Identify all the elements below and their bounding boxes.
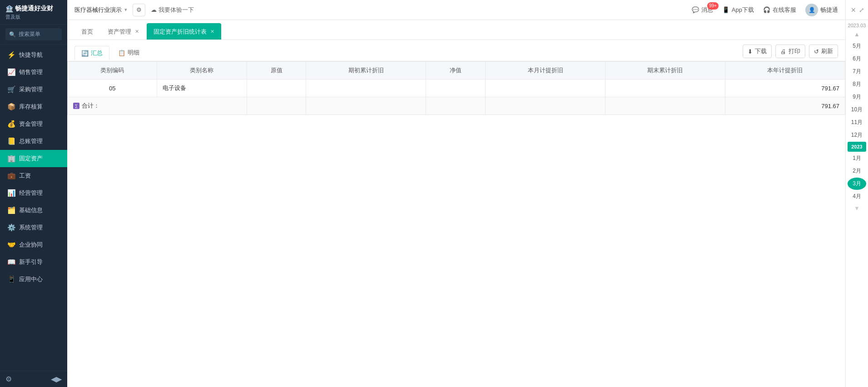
sum-row: ∑ 合计： 791.67: [68, 97, 845, 115]
month-item-2[interactable]: 2月: [848, 165, 866, 177]
month-item-6[interactable]: 6月: [848, 53, 866, 65]
content-area: 🔄 汇总 📋 明细 ⬇ 下载 🖨 打印 ↺ 刷新: [67, 40, 845, 387]
sidebar-item-label-quicknav: 快捷导航: [19, 51, 43, 59]
panel-scroll-down[interactable]: ▼: [846, 203, 868, 213]
sidebar-item-label-ledger: 总账管理: [19, 137, 43, 145]
settings-button[interactable]: ⚙: [133, 4, 145, 16]
chevron-down-icon: ▾: [124, 7, 127, 13]
avatar-icon: 👤: [808, 7, 815, 13]
appcenter-icon: 📱: [7, 275, 15, 283]
month-item-3[interactable]: 3月: [848, 178, 866, 190]
month-item-12[interactable]: 12月: [848, 129, 866, 141]
tab-depreciation-close[interactable]: ✕: [210, 29, 214, 35]
quicknav-icon: ⚡: [7, 51, 15, 59]
month-item-9[interactable]: 9月: [848, 91, 866, 103]
sidebar-item-quicknav[interactable]: ⚡ 快捷导航: [0, 46, 67, 64]
sidebar-item-appcenter[interactable]: 📱 应用中心: [0, 271, 67, 288]
main-content: 医疗器械行业演示 ▾ ⚙ ☁ 我要体验一下 💬 消息 99+ 📱 App下载 🎧…: [67, 0, 845, 387]
sidebar-item-label-operation: 经营管理: [19, 189, 43, 197]
sidebar-item-system[interactable]: ⚙️ 系统管理: [0, 219, 67, 236]
tab-asset-manage-label: 资产管理: [108, 28, 131, 36]
month-item-4[interactable]: 4月: [848, 190, 866, 203]
sidebar-item-label-fixedasset: 固定资产: [19, 154, 43, 163]
sum-label-text: 合计：: [82, 102, 99, 110]
download-button[interactable]: ⬇ 下载: [743, 45, 772, 58]
sub-tab-summary[interactable]: 🔄 汇总: [74, 46, 109, 60]
sidebar-item-label-system: 系统管理: [19, 223, 43, 232]
sub-tab-summary-label: 汇总: [91, 49, 103, 57]
sidebar-item-label-inventory: 库存核算: [19, 103, 43, 111]
row-period-acc: [605, 79, 725, 97]
refresh-button[interactable]: ↺ 刷新: [809, 45, 838, 58]
scroll-down-icon: ▼: [854, 205, 860, 212]
col-code: 类别编码: [68, 62, 157, 79]
sidebar-item-ledger[interactable]: 📒 总账管理: [0, 133, 67, 150]
col-monthly: 本月计提折旧: [486, 62, 605, 79]
sidebar-logo: 🏦 畅捷通好业财 普及版: [0, 0, 67, 25]
sidebar-item-operation[interactable]: 📊 经营管理: [0, 184, 67, 202]
settings-footer-icon[interactable]: ⚙: [5, 375, 12, 383]
message-button[interactable]: 💬 消息 99+: [692, 6, 713, 14]
sum-icon: ∑: [73, 103, 79, 109]
month-item-11[interactable]: 11月: [848, 116, 866, 129]
depreciation-table: 类别编码 类别名称 原值 期初累计折旧 净值 本月计提折旧 期末累计折旧 本年计…: [67, 61, 845, 115]
operation-icon: 📊: [7, 189, 15, 197]
salary-icon: 💼: [7, 172, 15, 180]
experience-button[interactable]: ☁ 我要体验一下: [151, 6, 194, 14]
sidebar-item-sales[interactable]: 📈 销售管理: [0, 64, 67, 81]
sum-net: [426, 97, 486, 115]
sales-icon: 📈: [7, 68, 15, 76]
sidebar-item-label-appcenter: 应用中心: [19, 275, 43, 283]
tab-home[interactable]: 首页: [74, 23, 100, 40]
tab-asset-manage[interactable]: 资产管理 ✕: [101, 23, 146, 40]
panel-close-icon[interactable]: ✕: [851, 6, 856, 14]
sidebar-item-purchase[interactable]: 🛒 采购管理: [0, 81, 67, 98]
sum-annual: 791.67: [725, 97, 845, 115]
download-btn-icon: ⬇: [748, 48, 753, 55]
download-icon: 📱: [722, 6, 729, 13]
sidebar-item-finance[interactable]: 💰 资金管理: [0, 115, 67, 133]
tab-home-label: 首页: [81, 28, 93, 36]
sidebar-nav: ⚡ 快捷导航📈 销售管理🛒 采购管理📦 库存核算💰 资金管理📒 总账管理🏢 固定…: [0, 45, 67, 371]
print-button[interactable]: 🖨 打印: [775, 45, 805, 58]
collapse-icon[interactable]: ◀▶: [51, 375, 62, 383]
sub-tab-detail[interactable]: 📋 明细: [111, 45, 146, 60]
company-selector[interactable]: 医疗器械行业演示 ▾: [74, 6, 127, 14]
logo-icon: 🏦: [5, 5, 13, 12]
row-annual: 791.67: [725, 79, 845, 97]
search-icon: 🔍: [9, 31, 16, 38]
sidebar-item-label-sales: 销售管理: [19, 68, 43, 76]
month-item-5[interactable]: 5月: [848, 40, 866, 52]
panel-expand-icon[interactable]: ⤢: [859, 6, 864, 14]
topbar-right: 💬 消息 99+ 📱 App下载 🎧 在线客服 👤 畅捷通: [692, 4, 838, 16]
sidebar-item-collab[interactable]: 🤝 企业协同: [0, 236, 67, 253]
sidebar-item-fixedasset[interactable]: 🏢 固定资产: [0, 150, 67, 167]
tab-asset-manage-close[interactable]: ✕: [135, 29, 139, 35]
sidebar-item-guide[interactable]: 📖 新手引导: [0, 253, 67, 271]
sidebar-item-inventory[interactable]: 📦 库存核算: [0, 98, 67, 115]
panel-scroll-up[interactable]: ▲: [846, 29, 868, 40]
tab-depreciation-report[interactable]: 固定资产折旧统计表 ✕: [147, 23, 221, 40]
app-download-button[interactable]: 📱 App下载: [722, 6, 754, 14]
month-item-7[interactable]: 7月: [848, 65, 866, 78]
col-initial-acc: 期初累计折旧: [306, 62, 426, 79]
table-row: 05 电子设备 791.67: [68, 79, 845, 97]
download-btn-label: 下载: [755, 47, 767, 55]
experience-label: 我要体验一下: [159, 6, 194, 14]
sidebar-item-salary[interactable]: 💼 工资: [0, 167, 67, 184]
company-name: 医疗器械行业演示: [74, 6, 122, 14]
user-avatar-area[interactable]: 👤 畅捷通: [805, 4, 838, 16]
month-item-10[interactable]: 10月: [848, 104, 866, 116]
row-code: 05: [68, 79, 157, 97]
table-wrap: 类别编码 类别名称 原值 期初累计折旧 净值 本月计提折旧 期末累计折旧 本年计…: [67, 61, 845, 387]
search-menu-button[interactable]: 🔍 搜索菜单: [5, 28, 62, 40]
sidebar-item-basic[interactable]: 🗂️ 基础信息: [0, 202, 67, 219]
month-item-8[interactable]: 8月: [848, 78, 866, 90]
sidebar-footer: ⚙ ◀▶: [0, 371, 67, 387]
month-item-1[interactable]: 1月: [848, 152, 866, 164]
app-download-label: App下载: [732, 6, 754, 14]
online-service-button[interactable]: 🎧 在线客服: [763, 6, 796, 14]
avatar: 👤: [805, 4, 818, 16]
message-badge: 99+: [707, 2, 719, 10]
sidebar: 🏦 畅捷通好业财 普及版 🔍 搜索菜单 ⚡ 快捷导航📈 销售管理🛒 采购管理📦 …: [0, 0, 67, 387]
